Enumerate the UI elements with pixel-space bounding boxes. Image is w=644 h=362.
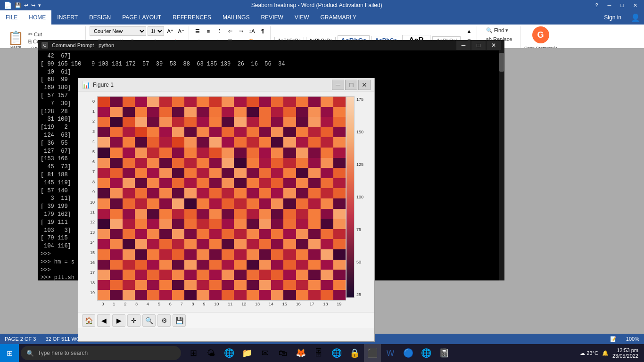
heatmap-cell xyxy=(321,290,333,300)
redo-btn[interactable]: ↪ xyxy=(31,2,35,8)
heatmap-cell xyxy=(259,270,271,280)
figure-close-btn[interactable]: ✕ xyxy=(358,80,371,90)
taskbar-word-button[interactable]: W xyxy=(382,344,399,362)
taskbar-search-box[interactable]: 🔍 Type here to search xyxy=(21,346,181,360)
font-grow-button[interactable]: A⁺ xyxy=(165,26,175,36)
heatmap-cell xyxy=(321,209,333,219)
taskbar-view-button[interactable]: ⊞ xyxy=(185,344,202,362)
sign-in-link[interactable]: Sign in xyxy=(598,10,627,25)
heatmap-cell xyxy=(333,188,346,198)
heatmap-cell xyxy=(222,107,234,117)
show-formatting-button[interactable]: ¶ xyxy=(258,26,267,36)
heatmap-cell xyxy=(333,117,346,127)
cmd-close-btn[interactable]: ✕ xyxy=(487,41,501,50)
taskbar-browser2-button[interactable]: 🌐 xyxy=(328,344,345,362)
find-button[interactable]: 🔍 Find ▾ xyxy=(484,26,510,34)
heatmap-cell xyxy=(123,188,135,198)
maximize-btn[interactable]: □ xyxy=(618,2,627,8)
sort-button[interactable]: ↕A xyxy=(247,26,256,36)
heatmap-cell xyxy=(197,290,209,300)
heatmap-cell xyxy=(147,137,159,148)
taskbar-file-button[interactable]: 📁 xyxy=(239,344,256,362)
taskbar-browser-button[interactable]: 🦊 xyxy=(292,344,309,362)
tab-review[interactable]: REVIEW xyxy=(255,10,289,25)
heatmap-cell xyxy=(321,280,333,290)
tab-design[interactable]: DESIGN xyxy=(83,10,116,25)
heatmap-cell xyxy=(259,239,271,249)
heatmap-cell xyxy=(333,209,346,219)
styles-scroll-up[interactable]: ▲ xyxy=(464,26,474,36)
heatmap-cell xyxy=(197,239,209,249)
tab-mailings[interactable]: MAILINGS xyxy=(217,10,255,25)
heatmap-cell xyxy=(98,270,110,280)
heatmap-cell xyxy=(172,137,184,148)
page-indicator: PAGE 2 OF 3 xyxy=(5,336,36,342)
taskbar-db-button[interactable]: 🗄 xyxy=(310,344,327,362)
heatmap-cell xyxy=(333,219,346,229)
tab-pagelayout[interactable]: PAGE LAYOUT xyxy=(116,10,167,25)
font-size-select[interactable]: 10 xyxy=(148,26,164,36)
bullets-button[interactable]: ☰ xyxy=(193,26,202,36)
taskbar-store-button[interactable]: 🛍 xyxy=(274,344,291,362)
heatmap-cell xyxy=(197,178,209,189)
fig-forward-button[interactable]: ▶ xyxy=(112,314,125,327)
cmd-scrollbar-thumb[interactable] xyxy=(499,53,504,72)
heatmap-cell xyxy=(247,168,259,178)
heatmap-cell xyxy=(296,249,308,260)
taskbar-cmd-button[interactable]: ⬛ xyxy=(364,344,381,362)
fig-back-button[interactable]: ◀ xyxy=(97,314,110,327)
heatmap-cell xyxy=(308,127,321,138)
cmd-scrollbar[interactable] xyxy=(499,50,504,280)
taskbar-mail-button[interactable]: ✉ xyxy=(256,344,273,362)
heatmap-cell xyxy=(308,239,321,249)
help-btn[interactable]: ? xyxy=(592,2,601,8)
start-button[interactable]: ⊞ xyxy=(0,344,19,362)
taskbar-notes-button[interactable]: 📓 xyxy=(436,344,453,362)
close-btn[interactable]: ✕ xyxy=(630,2,640,8)
taskbar-widgets-button[interactable]: 🌤 xyxy=(203,344,220,362)
heatmap-cell xyxy=(98,249,110,260)
minimize-btn[interactable]: ─ xyxy=(605,2,614,8)
heatmap-cell xyxy=(110,290,122,300)
fig-pan-button[interactable]: ✛ xyxy=(127,314,140,327)
tab-insert[interactable]: INSERT xyxy=(51,10,83,25)
tab-home[interactable]: HOME xyxy=(23,10,51,25)
taskbar-chrome2-button[interactable]: 🌐 xyxy=(418,344,435,362)
tab-file[interactable]: FILE xyxy=(0,10,23,25)
numbering-button[interactable]: ≡ xyxy=(204,26,213,36)
heatmap-cell xyxy=(159,249,172,260)
figure-minimize-btn[interactable]: ─ xyxy=(332,80,344,90)
heatmap-cell xyxy=(172,249,184,260)
fig-home-button[interactable]: 🏠 xyxy=(82,314,95,327)
fig-zoom-button[interactable]: 🔍 xyxy=(142,314,156,327)
tab-view[interactable]: VIEW xyxy=(289,10,315,25)
figure-maximize-btn[interactable]: □ xyxy=(345,80,357,90)
heatmap-cell xyxy=(308,249,321,260)
grammarly-icon[interactable]: G xyxy=(532,26,549,43)
taskbar-chrome-button[interactable]: 🔵 xyxy=(400,344,417,362)
heatmap-cell xyxy=(135,198,147,209)
font-name-select[interactable]: Courier New xyxy=(90,26,146,36)
decrease-indent-button[interactable]: ⇐ xyxy=(225,26,235,36)
heatmap-cell xyxy=(110,178,122,189)
heatmap-cell xyxy=(247,178,259,189)
figure-icon: 📊 xyxy=(82,81,90,89)
cmd-maximize-btn[interactable]: □ xyxy=(471,41,486,50)
multilevel-button[interactable]: ⋮ xyxy=(215,26,224,36)
fig-save-button[interactable]: 💾 xyxy=(173,314,186,327)
tab-references[interactable]: REFERENCES xyxy=(167,10,217,25)
cmd-minimize-btn[interactable]: ─ xyxy=(456,41,471,50)
heatmap-cell xyxy=(283,178,296,189)
heatmap-cell xyxy=(321,198,333,209)
tab-grammarly[interactable]: GRAMMARLY xyxy=(314,10,362,25)
undo-btn[interactable]: ↩ xyxy=(24,2,28,8)
cut-button[interactable]: ✂ Cut xyxy=(27,31,65,38)
taskbar-vpn-button[interactable]: 🔒 xyxy=(346,344,363,362)
increase-indent-button[interactable]: ⇒ xyxy=(236,26,246,36)
heatmap-cell xyxy=(247,239,259,249)
fig-settings-button[interactable]: ⚙ xyxy=(157,314,171,327)
quick-access[interactable]: 💾 xyxy=(15,2,21,8)
taskbar-edge-button[interactable]: 🌐 xyxy=(221,344,238,362)
taskbar-tray[interactable]: 🔔 xyxy=(602,350,609,356)
font-shrink-button[interactable]: A⁻ xyxy=(176,26,186,36)
